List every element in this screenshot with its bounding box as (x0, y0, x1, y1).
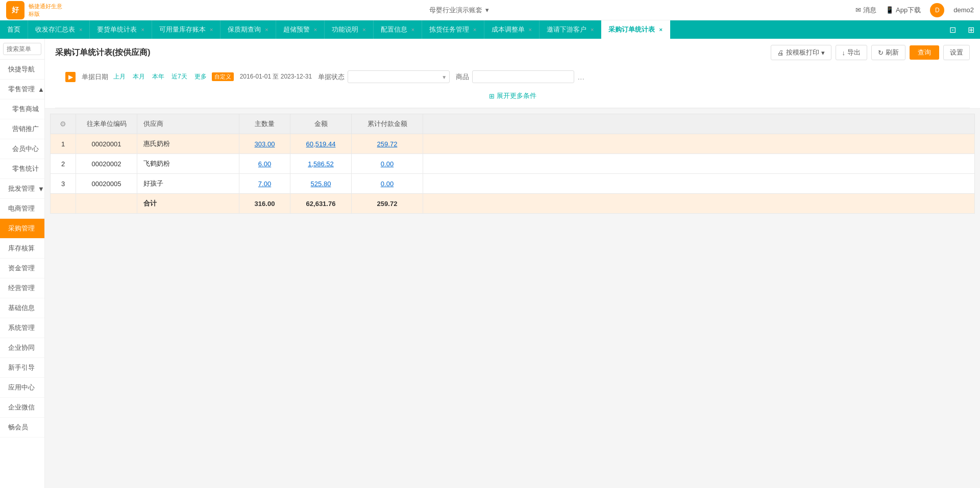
th-qty: 主数量 (239, 114, 290, 134)
status-label: 单据状态 (318, 72, 345, 82)
date-shortcut-more[interactable]: 更多 (192, 71, 209, 82)
paid-link[interactable]: 0.00 (381, 160, 394, 168)
sidebar-item-corp-collab[interactable]: 企业协同 (0, 338, 44, 358)
sidebar-item-basic-info[interactable]: 基础信息 (0, 298, 44, 318)
sidebar-item-ops-mgmt[interactable]: 经营管理 (0, 278, 44, 298)
nav-tabs: 首页 收发存汇总表 × 要货单统计表 × 可用量库存账本 × 保质期查询 × 超… (0, 20, 980, 39)
expand-arrow-icon: ▼ (38, 185, 44, 193)
filter-bar: ▶ 单据日期 上月 本月 本年 近7天 更多 自定义 2016-01 (55, 65, 970, 108)
date-filter: 单据日期 上月 本月 本年 近7天 更多 自定义 (82, 71, 234, 82)
sidebar-item-app-center[interactable]: 应用中心 (0, 378, 44, 398)
tab-order-summary[interactable]: 要货单统计表 × (90, 20, 152, 39)
messages-button[interactable]: ✉ 消息 (855, 6, 876, 15)
export-button[interactable]: ↓ 导出 (836, 45, 868, 60)
tab-purchase-summary[interactable]: 采购订单统计表 × (601, 20, 670, 39)
sidebar-item-retail-stats[interactable]: 零售统计 (0, 159, 44, 179)
sidebar-item-quick-nav[interactable]: 快捷导航 (0, 60, 44, 80)
app-download-button[interactable]: 📱 App下载 (886, 6, 921, 15)
tab-overstock[interactable]: 超储预警 × (276, 20, 325, 39)
paid-link[interactable]: 259.72 (377, 140, 398, 148)
cell-supplier: 好孩子 (137, 174, 239, 194)
user-name[interactable]: demo2 (953, 6, 974, 14)
print-button[interactable]: 🖨 按模板打印 ▾ (771, 45, 831, 60)
close-purchase-summary[interactable]: × (659, 27, 662, 33)
date-shortcut-last-month[interactable]: 上月 (111, 71, 128, 82)
amount-link[interactable]: 1,586.52 (308, 160, 334, 168)
date-shortcut-this-year[interactable]: 本年 (150, 71, 166, 82)
export-icon: ↓ (842, 49, 846, 57)
cell-empty (423, 154, 975, 174)
sidebar-item-wholesale-mgmt[interactable]: 批发管理 ▼ (0, 179, 44, 199)
cell-amount: 60,519.44 (290, 134, 352, 154)
close-config-info[interactable]: × (411, 27, 414, 33)
footer-paid: 259.72 (352, 194, 423, 214)
search-menu-input[interactable] (3, 43, 41, 55)
header-actions: 🖨 按模板打印 ▾ ↓ 导出 ↻ 刷新 查询 设置 (771, 45, 970, 60)
query-button[interactable]: 查询 (910, 45, 939, 60)
settings-icon[interactable]: ⚙ (60, 120, 66, 128)
table-row: 2 00020002 飞鹤奶粉 6.00 1,586.52 0.00 (51, 154, 975, 174)
qty-link[interactable]: 7.00 (258, 180, 271, 188)
tab-available-stock[interactable]: 可用量库存账本 × (152, 20, 220, 39)
sidebar-item-new-guide[interactable]: 新手引导 (0, 358, 44, 378)
mobile-icon: 📱 (886, 6, 894, 14)
date-shortcut-this-month[interactable]: 本月 (131, 71, 147, 82)
sidebar-item-retail-store[interactable]: 零售商城 (0, 99, 44, 119)
expand-filter-button[interactable]: ⊞ 展开更多条件 (489, 91, 536, 100)
tab-receive-summary[interactable]: 收发存汇总表 × (28, 20, 90, 39)
close-expiry-query[interactable]: × (265, 27, 268, 33)
sidebar-item-stock-check[interactable]: 库存核算 (0, 239, 44, 259)
sidebar-item-sys-mgmt[interactable]: 系统管理 (0, 318, 44, 338)
avatar[interactable]: D (930, 3, 944, 17)
th-code: 往来单位编码 (76, 114, 137, 134)
close-invite-downstream[interactable]: × (591, 27, 594, 33)
status-select[interactable] (348, 70, 450, 83)
settings-button[interactable]: 设置 (943, 45, 970, 60)
tab-home[interactable]: 首页 (0, 20, 28, 39)
close-overstock[interactable]: × (314, 27, 317, 33)
sidebar-item-member-center[interactable]: 会员中心 (0, 139, 44, 159)
close-available-stock[interactable]: × (210, 27, 213, 33)
footer-empty2 (76, 194, 137, 214)
sidebar-item-purchase-mgmt[interactable]: 采购管理 (0, 219, 44, 239)
tab-maximize-button[interactable]: ⊞ (962, 20, 980, 39)
status-filter: 单据状态 (318, 70, 450, 83)
sidebar-item-finance-mgmt[interactable]: 资金管理 (0, 259, 44, 278)
date-shortcut-7days[interactable]: 近7天 (169, 71, 189, 82)
amount-link[interactable]: 525.80 (311, 180, 331, 188)
sidebar-item-retail-mgmt[interactable]: 零售管理 ▲ (0, 80, 44, 99)
sidebar-item-vip-member[interactable]: 畅会员 (0, 418, 44, 438)
footer-label: 合计 (137, 194, 239, 214)
cell-amount: 1,586.52 (290, 154, 352, 174)
tab-invite-downstream[interactable]: 邀请下游客户 × (540, 20, 601, 39)
tab-expiry-query[interactable]: 保质期查询 × (220, 20, 276, 39)
amount-link[interactable]: 60,519.44 (306, 140, 336, 148)
cell-index: 3 (51, 174, 76, 194)
paid-link[interactable]: 0.00 (381, 180, 394, 188)
sidebar-item-ecom-mgmt[interactable]: 电商管理 (0, 199, 44, 219)
tab-cost-adjust[interactable]: 成本调整单 × (484, 20, 540, 39)
close-function-desc[interactable]: × (362, 27, 365, 33)
qty-link[interactable]: 303.00 (255, 140, 275, 148)
th-empty (423, 114, 975, 134)
close-cost-adjust[interactable]: × (529, 27, 532, 33)
goods-more-icon[interactable]: … (577, 73, 584, 81)
page-header: 采购订单统计表(按供应商) 🖨 按模板打印 ▾ ↓ 导出 ↻ 刷新 (45, 39, 980, 109)
refresh-button[interactable]: ↻ 刷新 (871, 45, 905, 60)
tab-function-desc[interactable]: 功能说明 × (325, 20, 373, 39)
tab-pick-task[interactable]: 拣货任务管理 × (422, 20, 484, 39)
close-order-summary[interactable]: × (141, 27, 144, 33)
sidebar-item-corp-wechat[interactable]: 企业微信 (0, 398, 44, 418)
tab-restore-button[interactable]: ⊡ (943, 20, 962, 39)
print-icon: 🖨 (777, 49, 784, 57)
close-receive-summary[interactable]: × (79, 27, 82, 33)
goods-input[interactable] (472, 70, 574, 83)
filter-toggle-button[interactable]: ▶ (65, 72, 76, 82)
tab-config-info[interactable]: 配置信息 × (374, 20, 422, 39)
qty-link[interactable]: 6.00 (258, 160, 271, 168)
sidebar-item-marketing[interactable]: 营销推广 (0, 119, 44, 139)
close-pick-task[interactable]: × (473, 27, 476, 33)
cell-paid: 0.00 (352, 174, 423, 194)
cell-code: 00020005 (76, 174, 137, 194)
cell-qty: 7.00 (239, 174, 290, 194)
